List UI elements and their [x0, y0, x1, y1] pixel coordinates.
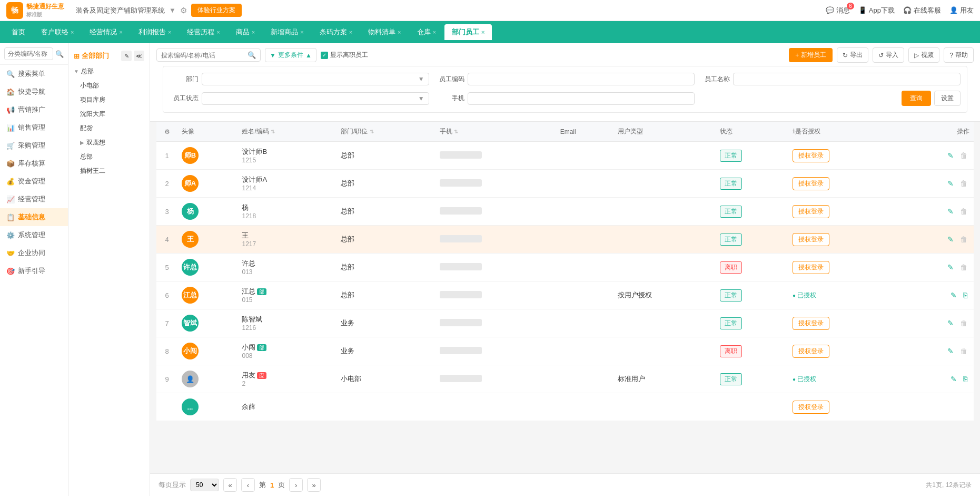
emp-name-input[interactable]	[733, 73, 961, 85]
tab-goods[interactable]: 商品 ×	[229, 24, 262, 40]
sidebar-item-operations[interactable]: 📈 经营管理	[0, 190, 68, 208]
auth-button[interactable]: 授权登录	[793, 317, 829, 330]
edit-button[interactable]: ✎	[945, 178, 956, 189]
close-icon[interactable]: ×	[119, 29, 122, 35]
sidebar-item-inventory[interactable]: 📦 库存核算	[0, 154, 68, 172]
dept-select[interactable]: ▼	[202, 73, 429, 85]
prev-page-btn[interactable]: ‹	[241, 478, 255, 492]
sidebar-item-collab[interactable]: 🤝 企业协同	[0, 244, 68, 262]
delete-button[interactable]: 🗑	[958, 150, 969, 161]
dept-node-shenyang[interactable]: 沈阳大库	[68, 107, 150, 121]
tab-home[interactable]: 首页	[4, 24, 33, 40]
edit-button[interactable]: ✎	[945, 318, 956, 328]
auth-button[interactable]: 授权登录	[793, 177, 829, 190]
tab-new-goods[interactable]: 新增商品 ×	[263, 24, 311, 40]
dept-node-hq[interactable]: 总部	[68, 150, 150, 164]
tab-warehouse[interactable]: 仓库 ×	[410, 24, 443, 40]
tab-customer[interactable]: 客户联络 ×	[34, 24, 81, 40]
edit-button[interactable]: ✎	[948, 374, 959, 384]
delete-button[interactable]: 🗑	[958, 206, 969, 217]
edit-button[interactable]: ✎	[945, 234, 956, 245]
close-icon[interactable]: ×	[300, 29, 303, 35]
online-service-btn[interactable]: 🎧 在线客服	[903, 6, 941, 15]
dropdown-arrow[interactable]: ▼	[169, 6, 176, 14]
more-filter-btn[interactable]: ▼ 更多条件 ▲	[265, 48, 316, 62]
edit-button[interactable]: ✎	[948, 290, 959, 300]
page-size-select[interactable]: 50 20 100	[190, 479, 219, 491]
emp-status-select[interactable]: ▼	[202, 92, 429, 105]
delete-button[interactable]: 🗑	[958, 234, 969, 245]
import-button[interactable]: ↺ 导入	[873, 47, 904, 63]
auth-button[interactable]: 授权登录	[793, 345, 829, 358]
delete-button[interactable]: 🗑	[958, 178, 969, 189]
edit-button[interactable]: ✎	[945, 206, 956, 217]
col-dept[interactable]: 部门/职位 ⇅	[336, 122, 435, 142]
collapse-btn[interactable]: ≪	[134, 51, 144, 61]
edit-dept-btn[interactable]: ✎	[121, 51, 132, 61]
first-page-btn[interactable]: «	[223, 478, 237, 492]
delete-button[interactable]: 🗑	[958, 318, 969, 328]
add-employee-button[interactable]: + 新增员工	[789, 48, 833, 62]
copy-button[interactable]: ⎘	[961, 374, 969, 384]
user-avatar[interactable]: 👤 用友	[949, 6, 974, 15]
video-button[interactable]: ▷ 视频	[908, 47, 939, 63]
sidebar-item-system[interactable]: ⚙️ 系统管理	[0, 226, 68, 244]
message-btn[interactable]: 💬 消息 6	[826, 6, 850, 15]
dept-node-distribution[interactable]: 配货	[68, 121, 150, 135]
emp-code-input[interactable]	[468, 73, 695, 85]
close-icon[interactable]: ×	[481, 29, 484, 35]
settings-icon[interactable]: ⚙	[180, 6, 187, 15]
help-button[interactable]: ? 帮助	[944, 47, 974, 63]
close-icon[interactable]: ×	[252, 29, 255, 35]
dept-node-chashuwang[interactable]: 插树王二	[68, 164, 150, 178]
col-phone[interactable]: 手机 ⇅	[435, 122, 556, 142]
export-button[interactable]: ↻ 导出	[837, 47, 868, 63]
delete-button[interactable]: 🗑	[958, 346, 969, 356]
close-icon[interactable]: ×	[168, 29, 171, 35]
delete-button[interactable]: 🗑	[958, 262, 969, 273]
edit-button[interactable]: ✎	[945, 150, 956, 161]
tab-history[interactable]: 经营历程 ×	[180, 24, 227, 40]
close-icon[interactable]: ×	[398, 29, 401, 35]
sidebar-item-guide[interactable]: 🎯 新手引导	[0, 262, 68, 280]
tab-barcode[interactable]: 条码方案 ×	[312, 24, 360, 40]
auth-button[interactable]: 授权登录	[793, 233, 829, 246]
col-name[interactable]: 姓名/编码 ⇅	[237, 122, 336, 142]
sidebar-item-marketing[interactable]: 📢 营销推广	[0, 101, 68, 119]
sidebar-item-finance[interactable]: 💰 资金管理	[0, 172, 68, 190]
tab-business[interactable]: 经营情况 ×	[82, 24, 130, 40]
auth-button[interactable]: 授权登录	[793, 149, 829, 162]
sidebar-item-basic[interactable]: 📋 基础信息	[0, 208, 68, 226]
app-download-btn[interactable]: 📱 App下载	[858, 6, 895, 15]
show-leave-checkbox[interactable]: ✓	[321, 52, 328, 59]
tab-employees[interactable]: 部门员工 ×	[444, 24, 492, 40]
query-button[interactable]: 查询	[902, 91, 931, 106]
set-button[interactable]: 设置	[934, 91, 961, 106]
close-icon[interactable]: ×	[349, 29, 352, 35]
sidebar-item-sales[interactable]: 📊 销售管理	[0, 119, 68, 137]
tab-profit[interactable]: 利润报告 ×	[131, 24, 179, 40]
last-page-btn[interactable]: »	[307, 478, 321, 492]
experience-button[interactable]: 体验行业方案	[191, 4, 242, 17]
search-input[interactable]	[161, 52, 245, 59]
dept-node-small-elec[interactable]: 小电部	[68, 79, 150, 93]
col-settings[interactable]: ⚙	[156, 122, 177, 142]
auth-button[interactable]: 授权登录	[793, 205, 829, 218]
sidebar-item-purchase[interactable]: 🛒 采购管理	[0, 137, 68, 154]
auth-button[interactable]: 授权登录	[793, 261, 829, 274]
close-icon[interactable]: ×	[71, 29, 74, 35]
dept-node-headquarters[interactable]: ▼ 总部	[68, 64, 150, 79]
next-page-btn[interactable]: ›	[289, 478, 303, 492]
phone-input[interactable]	[468, 92, 695, 105]
dept-node-project[interactable]: 项目库房	[68, 93, 150, 107]
edit-button[interactable]: ✎	[945, 262, 956, 273]
sidebar-search-input[interactable]	[4, 47, 53, 60]
close-icon[interactable]: ×	[433, 29, 436, 35]
sidebar-item-nav[interactable]: 🏠 快捷导航	[0, 83, 68, 101]
copy-button[interactable]: ⎘	[961, 290, 969, 300]
sidebar-item-search[interactable]: 🔍 搜索菜单	[0, 65, 68, 83]
close-icon[interactable]: ×	[216, 29, 220, 35]
auth-button[interactable]: 授权登录	[793, 401, 829, 414]
dept-node-shuanglu[interactable]: ▶ 双鹿想	[68, 135, 150, 150]
edit-button[interactable]: ✎	[945, 346, 956, 356]
